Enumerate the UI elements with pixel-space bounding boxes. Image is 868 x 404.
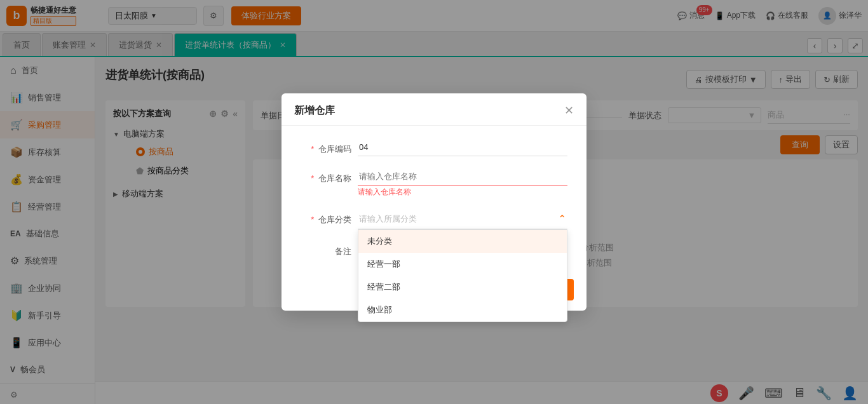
chevron-up-icon: ⌃ <box>558 213 566 225</box>
modal-close-button[interactable]: ✕ <box>564 104 574 118</box>
dropdown-item-dept2[interactable]: 经营二部 <box>358 276 567 299</box>
type-placeholder: 请输入所属分类 <box>359 213 417 225</box>
warehouse-name-control: 请输入仓库名称 <box>358 168 567 198</box>
warehouse-code-input[interactable] <box>358 138 567 156</box>
warehouse-name-label: * 仓库名称 <box>301 168 351 184</box>
dropdown-item-dept1[interactable]: 经营一部 <box>358 253 567 276</box>
warehouse-code-label: * 仓库编码 <box>301 138 351 155</box>
warehouse-name-row: * 仓库名称 请输入仓库名称 <box>301 168 567 198</box>
add-warehouse-modal: 新增仓库 ✕ * 仓库编码 * 仓库名称 <box>281 93 587 311</box>
dropdown-item-property[interactable]: 物业部 <box>358 299 567 321</box>
dropdown-item-uncategorized[interactable]: 未分类 <box>358 230 567 253</box>
warehouse-type-control: 请输入所属分类 ⌃ 未分类 经营一部 经营二部 <box>358 209 567 229</box>
modal-overlay: 新增仓库 ✕ * 仓库编码 * 仓库名称 <box>0 0 868 404</box>
modal-title: 新增仓库 <box>294 104 335 118</box>
modal-header: 新增仓库 ✕ <box>281 93 587 126</box>
warehouse-type-label: * 仓库分类 <box>301 209 351 226</box>
warehouse-code-row: * 仓库编码 <box>301 138 567 156</box>
warehouse-code-control <box>358 138 567 156</box>
warehouse-type-select[interactable]: 请输入所属分类 ⌃ <box>358 209 567 229</box>
remark-field-label: 备注 <box>301 241 351 257</box>
warehouse-name-input[interactable] <box>358 168 567 185</box>
warehouse-type-row: * 仓库分类 请输入所属分类 ⌃ 未分类 经营一部 <box>301 209 567 229</box>
warehouse-name-error: 请输入仓库名称 <box>358 187 567 198</box>
warehouse-type-dropdown: 未分类 经营一部 经营二部 物业部 <box>358 229 567 322</box>
modal-body: * 仓库编码 * 仓库名称 请输入仓库名称 <box>281 126 587 271</box>
